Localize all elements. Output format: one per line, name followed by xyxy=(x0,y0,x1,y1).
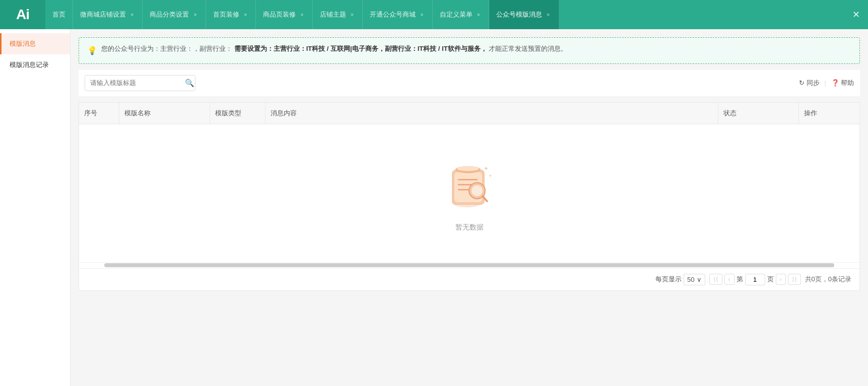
nav-tabs: 首页微商城店铺设置×商品分类设置×首页装修×商品页装修×店铺主题×开通公众号商城… xyxy=(45,0,844,29)
close-tab-button[interactable]: × xyxy=(299,11,305,18)
svg-text:✦: ✦ xyxy=(489,174,492,178)
table-header-模版类型: 模版类型 xyxy=(210,103,265,124)
top-nav: Ai 首页微商城店铺设置×商品分类设置×首页装修×商品页装修×店铺主题×开通公众… xyxy=(0,0,868,29)
close-tab-button[interactable]: × xyxy=(242,11,248,18)
svg-text:✦: ✦ xyxy=(484,165,489,172)
close-tab-button[interactable]: × xyxy=(349,11,355,18)
close-tab-button[interactable]: × xyxy=(476,11,482,18)
prev-page-button[interactable]: ‹ xyxy=(724,274,735,285)
content-area: 💡 您的公众号行业为：主营行业：，副营行业： 需要设置为：主营行业：IT科技 /… xyxy=(71,29,868,386)
empty-state: ✦ ✦ 暂无数据 xyxy=(79,124,859,262)
page-navigation: ⟨⟨ ‹ 第 页 › ⟩⟩ xyxy=(709,274,801,285)
nav-tab-公众号模版消息[interactable]: 公众号模版消息× xyxy=(489,0,559,29)
svg-point-10 xyxy=(457,166,479,171)
search-button[interactable]: 🔍 xyxy=(180,75,195,91)
app-logo: Ai xyxy=(0,0,45,29)
table-header-消息内容: 消息内容 xyxy=(265,103,718,124)
sidebar-item-模版消息记录[interactable]: 模版消息记录 xyxy=(0,54,70,75)
nav-tab-首页装修[interactable]: 首页装修× xyxy=(206,0,256,29)
table-container: 序号模版名称模版类型消息内容状态操作 xyxy=(79,102,860,291)
search-box: 🔍 xyxy=(85,75,195,91)
horizontal-scrollbar[interactable] xyxy=(79,262,859,268)
nav-tab-自定义菜单[interactable]: 自定义菜单× xyxy=(433,0,489,29)
chevron-down-icon: ∨ xyxy=(697,276,702,283)
toolbar-divider: | xyxy=(825,79,826,87)
toolbar-right: ↻ 同步 | ❓ 帮助 xyxy=(799,79,854,88)
notice-text: 您的公众号行业为：主营行业：，副营行业： 需要设置为：主营行业：IT科技 / 互… xyxy=(101,44,567,54)
sidebar-item-模版消息[interactable]: 模版消息 xyxy=(0,33,70,54)
help-button[interactable]: ❓ 帮助 xyxy=(831,79,854,88)
close-all-button[interactable]: ✕ xyxy=(844,0,868,29)
nav-tab-商品分类设置[interactable]: 商品分类设置× xyxy=(143,0,206,29)
nav-tab-商品页装修[interactable]: 商品页装修× xyxy=(256,0,312,29)
help-icon: ❓ xyxy=(831,79,839,87)
close-tab-button[interactable]: × xyxy=(545,11,551,18)
search-input[interactable] xyxy=(85,76,180,90)
sidebar: 模版消息模版消息记录 xyxy=(0,29,71,386)
first-page-button[interactable]: ⟨⟨ xyxy=(709,274,722,285)
table-header: 序号模版名称模版类型消息内容状态操作 xyxy=(79,103,859,124)
page-size-selector: 每页显示 50 ∨ xyxy=(655,274,705,285)
total-info: 共0页，0条记录 xyxy=(805,275,851,284)
next-page-button[interactable]: › xyxy=(776,274,786,285)
sync-button[interactable]: ↻ 同步 xyxy=(799,79,820,88)
nav-tab-微商城店铺设置[interactable]: 微商城店铺设置× xyxy=(73,0,143,29)
svg-point-7 xyxy=(472,185,483,196)
toolbar: 🔍 ↻ 同步 | ❓ 帮助 xyxy=(79,70,860,96)
nav-tab-首页[interactable]: 首页 xyxy=(45,0,73,29)
nav-tab-开通公众号商城[interactable]: 开通公众号商城× xyxy=(363,0,432,29)
empty-text: 暂无数据 xyxy=(455,223,484,232)
table-header-操作: 操作 xyxy=(799,103,859,124)
empty-icon: ✦ ✦ xyxy=(439,155,500,215)
table-header-状态: 状态 xyxy=(718,103,799,124)
close-tab-button[interactable]: × xyxy=(419,11,425,18)
table-header-模版名称: 模版名称 xyxy=(119,103,210,124)
pagination: 每页显示 50 ∨ ⟨⟨ ‹ 第 页 › ⟩⟩ 共0页，0条记录 xyxy=(79,268,859,290)
close-tab-button[interactable]: × xyxy=(129,11,135,18)
last-page-button[interactable]: ⟩⟩ xyxy=(788,274,801,285)
notice-icon: 💡 xyxy=(87,44,97,57)
notice-banner: 💡 您的公众号行业为：主营行业：，副营行业： 需要设置为：主营行业：IT科技 /… xyxy=(79,37,860,64)
nav-tab-店铺主题[interactable]: 店铺主题× xyxy=(313,0,363,29)
table-header-序号: 序号 xyxy=(79,103,119,124)
main-layout: 模版消息模版消息记录 💡 您的公众号行业为：主营行业：，副营行业： 需要设置为：… xyxy=(0,29,868,386)
page-number-input[interactable] xyxy=(745,274,765,285)
sync-icon: ↻ xyxy=(799,79,805,87)
scrollbar-track xyxy=(104,263,834,267)
page-size-dropdown[interactable]: 50 ∨ xyxy=(684,274,705,285)
close-tab-button[interactable]: × xyxy=(192,11,198,18)
